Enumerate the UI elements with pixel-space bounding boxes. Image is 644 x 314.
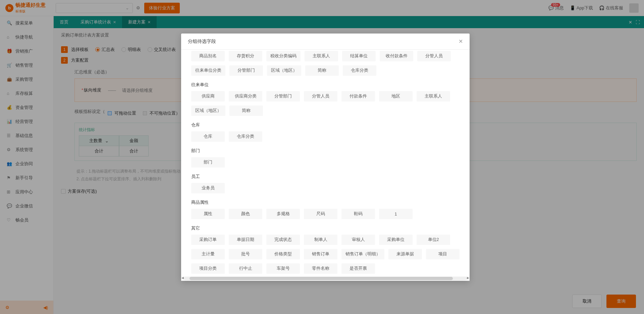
group5-chip-12[interactable]: 来源单据 <box>388 249 422 259</box>
field-group-0: 往来单位供应商供应商分类分管部门分管人员付款条件地区主联系人区域（地区）简称 <box>191 82 460 116</box>
group-title: 商品属性 <box>191 199 460 205</box>
group4-chip-1[interactable]: 颜色 <box>229 209 262 219</box>
modal-horizontal-scrollbar[interactable]: ◀ ▶ <box>181 276 470 281</box>
scrollbar-thumb[interactable] <box>190 277 453 280</box>
group0-chip-1[interactable]: 供应商分类 <box>229 91 262 102</box>
group5-chip-17[interactable]: 零件名称 <box>304 263 337 274</box>
modal-body[interactable]: 商品别名存货积分税收分类编码主联系人结算单位收付款条件分管人员 往来单位分类分管… <box>181 50 470 276</box>
field-group-4: 商品属性属性颜色多规格尺码鞋码1 <box>191 199 460 219</box>
group1-chip-1[interactable]: 仓库分类 <box>229 131 262 142</box>
group5-chip-1[interactable]: 单据日期 <box>229 235 262 245</box>
group5-chip-18[interactable]: 是否开票 <box>341 263 375 274</box>
group-title: 其它 <box>191 225 460 231</box>
group1-chip-0[interactable]: 仓库 <box>191 131 225 142</box>
top-chip-4[interactable]: 结算单位 <box>342 51 376 61</box>
group0-chip-3[interactable]: 分管人员 <box>304 91 337 102</box>
top-chip-3[interactable]: 主联系人 <box>305 51 338 61</box>
field-group-3: 员工业务员 <box>191 174 460 193</box>
modal-close-icon[interactable]: ✕ <box>459 38 463 45</box>
group5-chip-4[interactable]: 审核人 <box>341 235 375 245</box>
group5-chip-7[interactable]: 主计量 <box>191 249 225 259</box>
group4-chip-5[interactable]: 1 <box>379 209 413 219</box>
top-chip-6[interactable]: 分管人员 <box>417 51 451 61</box>
second-chip-3[interactable]: 简称 <box>305 65 339 76</box>
group5-chip-13[interactable]: 项目 <box>426 249 460 259</box>
group5-chip-9[interactable]: 价格类型 <box>266 249 300 259</box>
field-group-5: 其它采购订单单据日期完成状态制单人审核人采购单位单位2主计量批号价格类型销售订单… <box>191 225 460 274</box>
top-chip-1[interactable]: 存货积分 <box>229 51 262 61</box>
field-group-1: 仓库仓库仓库分类 <box>191 122 460 142</box>
group5-chip-5[interactable]: 采购单位 <box>379 235 413 245</box>
group0-chip-4[interactable]: 付款条件 <box>341 91 375 102</box>
scroll-left-icon[interactable]: ◀ <box>181 276 184 279</box>
group0-chip-0[interactable]: 供应商 <box>191 91 225 102</box>
group-title: 部门 <box>191 148 460 154</box>
group3-chip-0[interactable]: 业务员 <box>191 183 225 193</box>
second-chip-4[interactable]: 仓库分类 <box>343 65 376 76</box>
group4-chip-2[interactable]: 多规格 <box>266 209 300 219</box>
top-chip-0[interactable]: 商品别名 <box>191 51 225 61</box>
group-title: 往来单位 <box>191 82 460 88</box>
group5-chip-11[interactable]: 销售订单（明细） <box>341 249 384 259</box>
group4-chip-4[interactable]: 鞋码 <box>341 209 375 219</box>
field-selector-modal: 分组待选字段 ✕ 商品别名存货积分税收分类编码主联系人结算单位收付款条件分管人员… <box>181 34 470 281</box>
second-chip-0[interactable]: 往来单位分类 <box>191 65 225 76</box>
second-chip-1[interactable]: 分管部门 <box>229 65 263 76</box>
group5-chip-2[interactable]: 完成状态 <box>266 235 300 245</box>
top-chip-5[interactable]: 收付款条件 <box>380 51 413 61</box>
group4-chip-3[interactable]: 尺码 <box>304 209 337 219</box>
group5-chip-10[interactable]: 销售订单 <box>304 249 337 259</box>
group0-chip-7[interactable]: 区域（地区） <box>191 106 225 116</box>
group5-chip-6[interactable]: 单位2 <box>417 235 450 245</box>
group0-chip-5[interactable]: 地区 <box>379 91 413 102</box>
group5-chip-8[interactable]: 批号 <box>229 249 262 259</box>
group-title: 仓库 <box>191 122 460 128</box>
group-title: 员工 <box>191 174 460 180</box>
group5-chip-15[interactable]: 行中止 <box>229 263 262 274</box>
group2-chip-0[interactable]: 部门 <box>191 157 225 168</box>
group5-chip-16[interactable]: 车架号 <box>266 263 300 274</box>
group5-chip-14[interactable]: 项目分类 <box>191 263 225 274</box>
group0-chip-8[interactable]: 简称 <box>229 106 263 116</box>
group5-chip-0[interactable]: 采购订单 <box>191 235 225 245</box>
group5-chip-3[interactable]: 制单人 <box>304 235 337 245</box>
top-chip-2[interactable]: 税收分类编码 <box>266 51 301 61</box>
field-group-2: 部门部门 <box>191 148 460 168</box>
group0-chip-2[interactable]: 分管部门 <box>266 91 300 102</box>
group4-chip-0[interactable]: 属性 <box>191 209 225 219</box>
second-chip-2[interactable]: 区域（地区） <box>267 65 301 76</box>
group0-chip-6[interactable]: 主联系人 <box>417 91 450 102</box>
modal-title: 分组待选字段 <box>188 39 216 45</box>
scroll-right-icon[interactable]: ▶ <box>467 276 469 279</box>
